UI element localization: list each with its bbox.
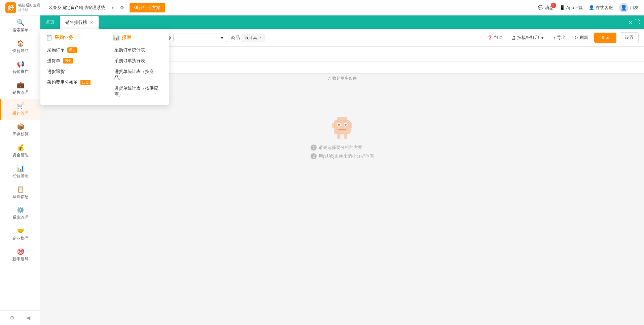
sidebar-item-finance[interactable]: 💰 资金管理 bbox=[0, 140, 40, 161]
app-download-label: App下载 bbox=[566, 5, 583, 11]
sidebar-item-enterprise[interactable]: 🤝 企业协同 bbox=[0, 224, 40, 245]
step-2-text: 用[过滤]条件来缩小分析范围 bbox=[319, 153, 373, 159]
export-btn[interactable]: ↑ 导出 bbox=[551, 33, 569, 42]
set-btn[interactable]: 设置 bbox=[620, 32, 639, 43]
menu-item-purchase-order-exec[interactable]: 采购订单执行表 bbox=[113, 55, 164, 66]
print-template-btn[interactable]: 🖨 按模板打印 ▼ bbox=[509, 33, 547, 42]
home-icon: 🏠 bbox=[17, 40, 24, 47]
doc-status-value[interactable]: ▼ bbox=[173, 34, 227, 42]
svg-rect-9 bbox=[337, 134, 341, 139]
doc-status-arrow: ▼ bbox=[220, 35, 224, 40]
user-action[interactable]: 👤 用友 bbox=[619, 3, 639, 12]
inbound-return-label: 进货退货 bbox=[47, 69, 65, 75]
menu-item-purchase-expense[interactable]: 采购费用分摊单 历史 bbox=[46, 77, 97, 88]
menu-item-inbound[interactable]: 进货单 历史 bbox=[46, 55, 97, 66]
svg-rect-6 bbox=[338, 129, 346, 130]
sidebar-label-enterprise: 企业协同 bbox=[12, 236, 29, 241]
inbound-label: 进货单 bbox=[47, 58, 60, 64]
tab-close-icon[interactable]: ✕ bbox=[90, 20, 93, 25]
purchase-col-title: 📋 采购业务 bbox=[46, 34, 97, 41]
svg-rect-1 bbox=[337, 117, 347, 122]
collapse-icon: ∧ bbox=[328, 76, 331, 81]
report-col-label: 报表 bbox=[122, 35, 131, 41]
purchase-dropdown-menu: 📋 采购业务 采购订单 历史 进货单 历史 进货退货 采购费用分摊单 历史 bbox=[40, 29, 169, 105]
sidebar-item-system[interactable]: ⚙️ 系统管理 bbox=[0, 203, 40, 224]
purchase-col-label: 采购业务 bbox=[55, 35, 73, 41]
step-1-circle: 1 bbox=[311, 145, 317, 151]
goods-more-btn[interactable]: ... bbox=[266, 35, 270, 40]
guide-icon: 🎯 bbox=[17, 248, 24, 255]
app-download-action[interactable]: 📱 App下载 bbox=[560, 5, 583, 11]
purchase-order-label: 采购订单 bbox=[47, 47, 65, 53]
sidebar-item-search[interactable]: 🔍 搜索菜单 bbox=[0, 15, 40, 36]
menu-item-inbound-stat-goods[interactable]: 进货单统计表（按商品） bbox=[113, 66, 164, 83]
sidebar-item-guide[interactable]: 🎯 新手引导 bbox=[0, 245, 40, 266]
purchase-order-exec-label: 采购订单执行表 bbox=[114, 58, 145, 64]
logo-badge: 标准版 bbox=[18, 8, 40, 12]
sidebar-label-sales: 销售管理 bbox=[12, 90, 29, 95]
system-title: 装备及固定资产辅助管理系统 bbox=[46, 5, 108, 11]
logo-title: 畅捷通好生意 bbox=[18, 3, 40, 7]
divider-v bbox=[105, 34, 105, 100]
tab-fullscreen-btn[interactable]: ⛶ bbox=[635, 19, 640, 25]
step-2-circle: 2 bbox=[311, 153, 317, 159]
goods-label: 商品 bbox=[231, 35, 240, 41]
refresh-btn[interactable]: ↻ 刷新 bbox=[572, 33, 591, 42]
sidebar-item-purchase[interactable]: 🛒 采购管理 bbox=[0, 99, 40, 120]
online-service-action[interactable]: 👤 在线客服 bbox=[589, 5, 613, 11]
sidebar-item-quick-nav[interactable]: 🏠 快捷导航 bbox=[0, 36, 40, 57]
help-label: 帮助 bbox=[494, 35, 503, 41]
svg-point-4 bbox=[338, 124, 340, 126]
report-col-icon: 📊 bbox=[113, 34, 120, 41]
sidebar-item-operations[interactable]: 📊 经营管理 bbox=[0, 161, 40, 182]
goods-tag: 设计桌 × bbox=[242, 34, 264, 42]
sidebar-collapse-btn[interactable]: ◀ bbox=[26, 315, 30, 321]
print-arrow: ▼ bbox=[540, 35, 545, 40]
sidebar-item-inventory[interactable]: 📦 库存核算 bbox=[0, 120, 40, 140]
tab-bar: 首页 销售排行榜 ✕ ✕ ⛶ bbox=[40, 15, 644, 29]
system-icon: ⚙️ bbox=[17, 206, 24, 214]
sidebar-item-basic-info[interactable]: 📋 基础信息 bbox=[0, 182, 40, 203]
sidebar-item-sales[interactable]: 💼 销售管理 bbox=[0, 78, 40, 99]
svg-rect-7 bbox=[332, 123, 335, 128]
empty-steps: 1 请先选择要分析的方案 2 用[过滤]条件来缩小分析范围 bbox=[311, 145, 373, 159]
goods-tag-remove[interactable]: × bbox=[259, 35, 261, 40]
tab-sales-rank[interactable]: 销售排行榜 ✕ bbox=[60, 16, 99, 29]
svg-rect-8 bbox=[350, 123, 352, 128]
tab-close-all-btn[interactable]: ✕ bbox=[628, 19, 633, 26]
inventory-icon: 📦 bbox=[17, 123, 24, 130]
sidebar-label-inventory: 库存核算 bbox=[12, 131, 29, 137]
help-btn[interactable]: ❓ 帮助 bbox=[485, 33, 505, 42]
system-dropdown-arrow[interactable]: ▼ bbox=[111, 5, 115, 10]
sidebar-label-purchase: 采购管理 bbox=[12, 111, 29, 116]
menu-item-purchase-order-stat[interactable]: 采购订单统计表 bbox=[113, 45, 164, 55]
sidebar-label-quick-nav: 快捷导航 bbox=[12, 48, 29, 54]
menu-item-inbound-stat-supplier[interactable]: 进货单统计表（按供应商） bbox=[113, 83, 164, 100]
sidebar-item-marketing[interactable]: 📢 营销推广 bbox=[0, 57, 40, 78]
message-badge: 9 bbox=[551, 3, 556, 8]
empty-step-2: 2 用[过滤]条件来缩小分析范围 bbox=[311, 153, 373, 159]
menu-item-purchase-order[interactable]: 采购订单 历史 bbox=[46, 45, 97, 55]
user-label: 用友 bbox=[630, 5, 639, 11]
purchase-icon: 🛒 bbox=[17, 102, 24, 110]
online-service-label: 在线客服 bbox=[596, 5, 613, 11]
header-middle: 装备及固定资产辅助管理系统 ▼ ⚙ 体验行业方案 bbox=[46, 3, 538, 12]
system-settings-btn[interactable]: ⚙ bbox=[117, 3, 127, 12]
message-action[interactable]: 💬 消息 9 bbox=[538, 5, 553, 11]
sidebar: 🔍 搜索菜单 🏠 快捷导航 📢 营销推广 💼 销售管理 🛒 采购管理 📦 库存核… bbox=[0, 15, 40, 325]
goods-filter: 商品 设计桌 × ... bbox=[231, 34, 270, 42]
logo-area: 好 畅捷通好生意 标准版 bbox=[5, 2, 46, 13]
svg-point-5 bbox=[345, 124, 347, 126]
purchase-col: 📋 采购业务 采购订单 历史 进货单 历史 进货退货 采购费用分摊单 历史 bbox=[46, 34, 97, 100]
step-1-text: 请先选择要分析的方案 bbox=[319, 145, 362, 151]
tab-home[interactable]: 首页 bbox=[40, 15, 60, 29]
sidebar-settings-btn[interactable]: ⚙ bbox=[10, 315, 14, 321]
industry-btn[interactable]: 体验行业方案 bbox=[130, 3, 165, 12]
query-btn[interactable]: 查询 bbox=[594, 33, 616, 43]
export-label: 导出 bbox=[557, 35, 566, 41]
service-icon: 👤 bbox=[589, 5, 594, 10]
print-icon: 🖨 bbox=[511, 35, 516, 40]
sales-icon: 💼 bbox=[17, 81, 24, 89]
menu-item-inbound-return[interactable]: 进货退货 bbox=[46, 66, 97, 77]
svg-rect-10 bbox=[344, 134, 347, 139]
